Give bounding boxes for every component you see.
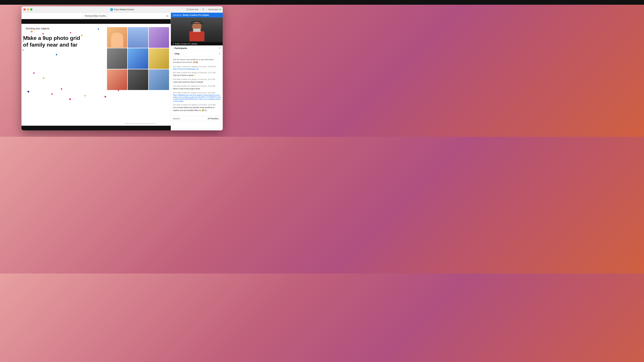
chat-from-4: from Matt Creative Pro (Apple) to Everyo…: [173, 85, 207, 87]
event-info-button[interactable]: i Event Info: [186, 8, 198, 11]
participants-chevron-icon: ›: [173, 47, 174, 49]
speaker-head: [192, 22, 202, 31]
chat-time-6: 10:20 AM: [208, 104, 216, 106]
participants-section[interactable]: › Participants ✕: [171, 45, 223, 51]
decor-dot-14: [104, 96, 106, 97]
chat-header: › Chat ✕: [171, 51, 223, 56]
speaker-name-text: Bobby Creative Pro (Apple): [175, 43, 198, 45]
send-to-label: Send to:: [173, 117, 180, 120]
chat-time-1: 10:06 AM: [208, 65, 216, 67]
chat-header-left: › Chat: [173, 52, 180, 55]
titlebar-right: i Event Info | 🎙 | Connected: [186, 8, 221, 11]
slide-text-area: Make a 9up photo grid of family near and…: [23, 35, 102, 48]
chat-from-2: from Alain Creative Pro (Apple) to Every…: [173, 71, 208, 73]
decor-dot-1: [31, 30, 33, 32]
chat-time-4: 10:19 AM: [208, 85, 215, 87]
photo-cell-8: [128, 69, 148, 90]
chat-meta-1: from Alain Creative Pro (Apple) to Every…: [173, 65, 221, 67]
chat-from-5: from Matt Creative Pro (Apple) to Everyo…: [173, 92, 207, 94]
chat-meta-2: from Alain Creative Pro (Apple) to Every…: [173, 71, 221, 73]
mask-icon: [193, 29, 200, 32]
chat-message-1: from Alain Creative Pro (Apple) to Every…: [173, 65, 221, 70]
slide-inner: Directing your subjects ⊘ ⊕ ⊖ ⊞: [22, 24, 171, 126]
sub-header: Viewing Bobby Creative... ⊟: [22, 13, 171, 19]
webex-logo-icon: W: [110, 8, 113, 11]
chat-chevron-icon: ›: [172, 53, 174, 54]
black-band-bottom: [22, 126, 171, 130]
chat-message-3: from Matt Creative Pro (Apple) to Everyo…: [173, 78, 221, 83]
decor-dot-6: [43, 77, 44, 79]
chat-text-2: The joy in these is great ✨: [173, 74, 221, 77]
chat-text-6: Let us know what your favorite emoji wou…: [173, 106, 221, 111]
minimize-button[interactable]: [27, 8, 29, 10]
decor-dot-5: [33, 72, 34, 74]
chat-link-5[interactable]: https://digitalassets-taa.cdn-apple.com/…: [173, 94, 221, 102]
chat-meta-4: from Matt Creative Pro (Apple) to Everyo…: [173, 85, 221, 87]
chat-message-2: from Alain Creative Pro (Apple) to Every…: [173, 71, 221, 77]
presentation-panel: Viewing Bobby Creative... ⊟ Directing yo…: [22, 13, 171, 130]
decor-dot-12: [69, 98, 71, 100]
chat-message-6: from Alain Creative Pro (Apple) to Every…: [173, 104, 221, 111]
chat-time-5: 10:19 AM: [208, 92, 215, 94]
right-sidebar: Speaking: Bobby Creative Pro (Apple) 🎙 B…: [171, 13, 223, 130]
chat-messages-area[interactable]: Use the chat to ask questions or get inf…: [171, 56, 223, 116]
chat-text-input[interactable]: [173, 121, 221, 128]
chat-close-icon[interactable]: ✕: [219, 52, 221, 55]
close-button[interactable]: [24, 8, 26, 10]
chat-meta-6: from Alain Creative Pro (Apple) to Every…: [173, 104, 221, 106]
speaker-body: [189, 31, 204, 41]
slide-container: Directing your subjects ⊘ ⊕ ⊖ ⊞: [22, 19, 171, 130]
chat-time-2: 10:11 AM: [208, 71, 216, 73]
decor-dot-15: [84, 95, 86, 96]
titlebar: W Cisco Webex Events i Event Info | 🎙 | …: [22, 6, 223, 13]
event-info-label: Event Info: [189, 8, 198, 11]
chat-input-area: Send to: All Panelists ⌄: [171, 116, 223, 130]
decor-dot-11: [70, 32, 71, 33]
decor-dot-7: [28, 91, 29, 92]
chat-from-1: from Alain Creative Pro (Apple) to Every…: [173, 65, 208, 67]
chat-intro-text: Use the chat to ask questions or get inf…: [173, 58, 221, 63]
decor-dot-8: [61, 88, 62, 90]
send-to-selector[interactable]: All Panelists ⌄: [208, 117, 221, 120]
chat-time-3: 10:11 AM: [208, 78, 215, 80]
chat-message-4: from Matt Creative Pro (Apple) to Everyo…: [173, 85, 221, 90]
toolbar-grid-icon[interactable]: ⊞: [22, 49, 24, 51]
decor-dot-13: [98, 28, 99, 30]
participants-close-icon[interactable]: ✕: [219, 47, 221, 49]
connected-dot-icon: [219, 9, 221, 10]
participants-left: › Participants: [173, 47, 187, 49]
decor-dot-4: [56, 54, 57, 55]
chat-meta-5: from Matt Creative Pro (Apple) to Everyo…: [173, 92, 221, 94]
photo-cell-5: [128, 48, 148, 69]
mic-wave-icon: 🎙: [172, 43, 174, 45]
chat-meta-3: from Matt Creative Pro (Apple) to Everyo…: [173, 78, 221, 80]
photo-cell-9: [149, 69, 169, 90]
decor-dot-9: [51, 93, 53, 95]
maximize-button[interactable]: [30, 8, 32, 10]
main-content: Viewing Bobby Creative... ⊟ Directing yo…: [22, 13, 223, 130]
viewing-button[interactable]: Viewing Bobby Creative...: [82, 14, 110, 18]
speaker-name-bar: 🎙 Bobby Creative Pro (Apple): [171, 42, 223, 45]
photo-cell-4: [107, 48, 127, 69]
main-window: W Cisco Webex Events i Event Info | 🎙 | …: [22, 6, 223, 130]
slide-main-text-1: Make a 9up photo grid: [23, 35, 102, 41]
send-to-value: All Panelists: [208, 117, 218, 120]
speaking-prefix-label: Speaking:: [173, 14, 182, 16]
mic-icon: 🎙: [202, 8, 204, 11]
participants-label: Participants: [174, 47, 187, 49]
chat-text-3: I love how much fun they're having!: [173, 81, 221, 83]
separator2: |: [206, 8, 206, 11]
headphones-icon: [191, 21, 203, 24]
grid-view-icon[interactable]: ⊟: [166, 14, 168, 17]
photo-cell-2: [128, 27, 148, 48]
photo-cell-3: [149, 27, 169, 48]
chat-from-6: from Alain Creative Pro (Apple) to Every…: [173, 104, 208, 106]
decor-dot-16: [118, 90, 119, 91]
photo-grid: [107, 27, 169, 90]
speaker-figure: [189, 22, 204, 41]
speaker-video-bg: [171, 13, 223, 45]
chat-link-1[interactable]: https://www.priscillagragg.com: [173, 68, 199, 70]
photo-caption: Images shown are recreations and Instagr…: [124, 123, 155, 124]
chat-from-3: from Matt Creative Pro (Apple) to Everyo…: [173, 78, 207, 80]
info-icon: i: [186, 8, 189, 11]
